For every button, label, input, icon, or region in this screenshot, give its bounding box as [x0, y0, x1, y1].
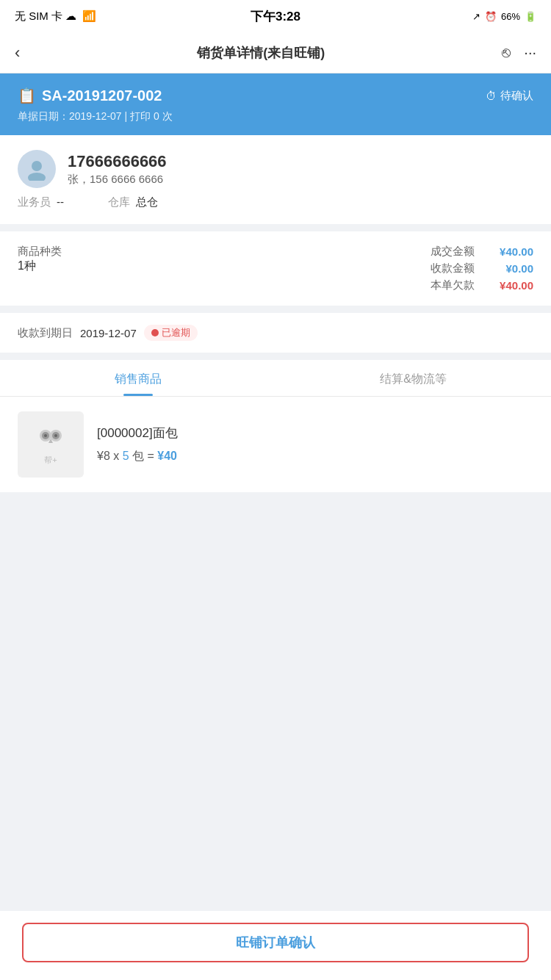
- multiply-sign: x: [113, 450, 122, 462]
- battery-icon: 🔋: [525, 11, 536, 22]
- received-amount-row: 收款金额 ¥0.00: [431, 262, 533, 275]
- product-quantity: 5: [123, 450, 129, 462]
- sim-text: 无 SIM 卡 ☁: [15, 10, 76, 24]
- alarm-icon: ⏰: [485, 11, 497, 22]
- product-total: ¥40: [157, 450, 177, 462]
- order-status-text: 待确认: [500, 89, 533, 103]
- transaction-amount-label: 成交金额: [431, 245, 475, 259]
- order-status: ⏱ 待确认: [486, 89, 533, 103]
- product-type-value: 1种: [18, 259, 62, 274]
- product-price-row: ¥8 x 5 包 = ¥40: [97, 449, 533, 464]
- overdue-dot-icon: [151, 329, 159, 336]
- order-header-top: 📋 SA-20191207-002 ⏱ 待确认: [18, 87, 533, 104]
- svg-point-7: [54, 434, 57, 437]
- owed-amount-value: ¥40.00: [482, 279, 533, 292]
- empty-content-area: [0, 500, 551, 646]
- tab-sales-products[interactable]: 销售商品: [0, 360, 276, 396]
- order-date: 单据日期：2019-12-07 | 打印 0 次: [18, 110, 533, 123]
- customer-phone: 17666666666: [68, 152, 167, 171]
- back-button[interactable]: ‹: [15, 43, 20, 62]
- transaction-amount-row: 成交金额 ¥40.00: [431, 245, 533, 259]
- nav-bar: ‹ 销货单详情(来自旺铺) ⎋ ···: [0, 32, 551, 73]
- warehouse-field: 仓库 总仓: [108, 195, 158, 209]
- product-thumb-brand: 帮+: [44, 455, 57, 466]
- bottom-bar: 旺铺订单确认: [0, 911, 551, 980]
- status-left: 无 SIM 卡 ☁ 📶: [15, 10, 96, 24]
- order-icon: 📋: [18, 87, 36, 104]
- svg-point-0: [32, 161, 42, 171]
- product-unit: 包: [132, 450, 144, 462]
- customer-card: 17666666666 张，156 6666 6666 业务员 -- 仓库 总仓: [0, 135, 551, 224]
- status-bar: 无 SIM 卡 ☁ 📶 下午3:28 ↗ ⏰ 66% 🔋: [0, 0, 551, 32]
- due-date-card: 收款到期日 2019-12-07 已逾期: [0, 313, 551, 353]
- confirm-order-button[interactable]: 旺铺订单确认: [22, 923, 529, 962]
- product-type-label: 商品种类: [18, 245, 62, 259]
- overdue-text: 已逾期: [162, 326, 190, 339]
- tabs-bar: 销售商品 结算&物流等: [0, 360, 551, 397]
- owed-amount-label: 本单欠款: [431, 278, 475, 292]
- product-thumb-inner: 帮+: [32, 424, 69, 466]
- more-icon[interactable]: ···: [524, 44, 536, 61]
- customer-name: 张，156 6666 6666: [68, 173, 167, 187]
- due-date-label: 收款到期日: [18, 326, 73, 340]
- wifi-icon: 📶: [82, 10, 96, 23]
- svg-point-1: [28, 173, 46, 181]
- salesperson-field: 业务员 --: [18, 195, 64, 209]
- salesperson-label: 业务员: [18, 195, 51, 209]
- tab-settlement-logistics[interactable]: 结算&物流等: [276, 360, 551, 396]
- order-header: 📋 SA-20191207-002 ⏱ 待确认 单据日期：2019-12-07 …: [0, 73, 551, 135]
- status-right: ↗ ⏰ 66% 🔋: [472, 11, 536, 22]
- order-id: 📋 SA-20191207-002: [18, 87, 162, 104]
- stats-right: 成交金额 ¥40.00 收款金额 ¥0.00 本单欠款 ¥40.00: [431, 245, 533, 292]
- status-clock-icon: ⏱: [486, 90, 497, 102]
- received-amount-label: 收款金额: [431, 262, 475, 275]
- product-name: [0000002]面包: [97, 425, 533, 442]
- owed-amount-row: 本单欠款 ¥40.00: [431, 278, 533, 292]
- share-icon[interactable]: ⎋: [502, 44, 511, 61]
- product-info: [0000002]面包 ¥8 x 5 包 = ¥40: [97, 425, 533, 464]
- status-time: 下午3:28: [251, 8, 300, 25]
- product-card: 帮+ [0000002]面包 ¥8 x 5 包 = ¥40: [0, 397, 551, 492]
- warehouse-label: 仓库: [108, 195, 130, 209]
- product-unit-price: ¥8: [97, 450, 110, 462]
- customer-meta: 业务员 -- 仓库 总仓: [18, 195, 533, 209]
- warehouse-value: 总仓: [136, 195, 158, 209]
- page-title: 销货单详情(来自旺铺): [197, 44, 325, 62]
- order-id-text: SA-20191207-002: [42, 87, 162, 104]
- due-date-value: 2019-12-07: [80, 327, 137, 339]
- battery-text: 66%: [501, 11, 520, 22]
- stats-card: 商品种类 1种 成交金额 ¥40.00 收款金额 ¥0.00 本单欠款 ¥40.…: [0, 231, 551, 306]
- svg-point-6: [44, 434, 47, 437]
- salesperson-value: --: [57, 195, 64, 209]
- overdue-badge: 已逾期: [144, 325, 198, 341]
- received-amount-value: ¥0.00: [482, 262, 533, 275]
- nav-right-actions: ⎋ ···: [502, 44, 536, 61]
- customer-top: 17666666666 张，156 6666 6666: [18, 150, 533, 188]
- equals-sign: =: [148, 450, 158, 462]
- customer-avatar: [18, 150, 56, 188]
- transaction-amount-value: ¥40.00: [482, 245, 533, 258]
- product-thumbnail: 帮+: [18, 411, 84, 478]
- location-icon: ↗: [472, 11, 480, 22]
- customer-info: 17666666666 张，156 6666 6666: [68, 152, 167, 187]
- stats-left: 商品种类 1种: [18, 245, 62, 274]
